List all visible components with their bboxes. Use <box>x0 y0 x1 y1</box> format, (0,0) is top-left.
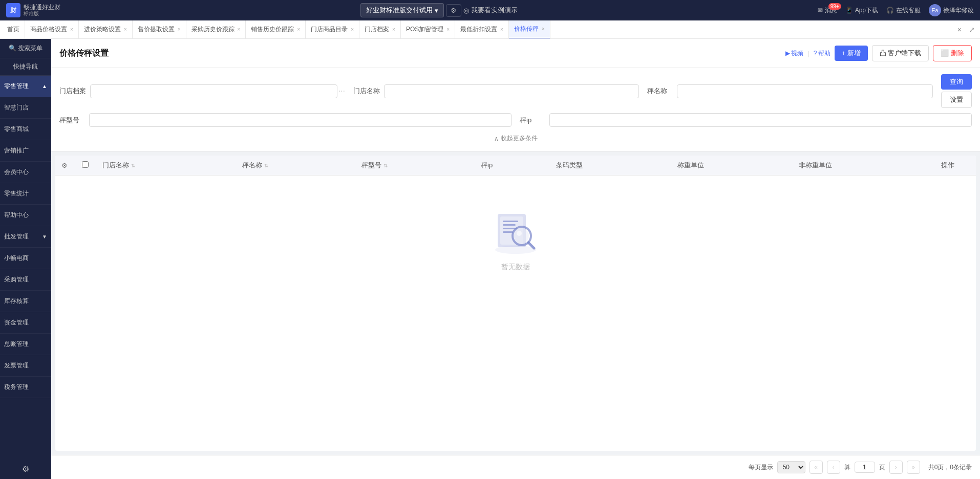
table-settings-col[interactable]: ⚙ <box>55 156 76 176</box>
filter-scale-name-input[interactable] <box>677 84 933 98</box>
page-header: 价格传秤设置 ▶ 视频 | ? 帮助 + 新增 凸 客户端下载 <box>51 39 980 68</box>
sidebar-item-tax[interactable]: 税务管理 <box>0 377 51 398</box>
tab-price-setting[interactable]: 商品价格设置 × <box>25 20 79 39</box>
help-link[interactable]: ? 帮助 <box>814 49 830 58</box>
sidebar-item-label: 营销推广 <box>4 146 29 155</box>
tab-price-transfer[interactable]: 价格传秤 × <box>509 20 550 39</box>
close-icon[interactable]: × <box>542 26 545 32</box>
close-tab-button[interactable]: × <box>954 24 965 36</box>
sidebar-search-menu[interactable]: 🔍 搜索菜单 <box>0 39 51 58</box>
close-icon[interactable]: × <box>446 27 450 32</box>
sidebar-item-retail-stats[interactable]: 零售统计 <box>0 183 51 205</box>
tab-min-discount[interactable]: 最低折扣设置 × <box>455 20 509 39</box>
sidebar-item-smart-store[interactable]: 智慧门店 <box>0 97 51 119</box>
user-menu[interactable]: Ea 徐泽华修改 <box>929 4 974 16</box>
filter-store-name: 门店名称 <box>353 84 639 98</box>
tab-sale-extract[interactable]: 售价提取设置 × <box>133 20 186 39</box>
query-button[interactable]: 查询 <box>941 74 972 90</box>
filter-scale-model-input[interactable] <box>89 113 512 127</box>
sidebar-item-member[interactable]: 会员中心 <box>0 162 51 183</box>
collapse-filter-button[interactable]: ∧ 收起更多条件 <box>59 132 972 145</box>
sidebar-quick-nav[interactable]: 快捷导航 <box>0 58 51 76</box>
sidebar-item-ecommerce[interactable]: 小畅电商 <box>0 248 51 269</box>
filter-store-profile-input[interactable] <box>90 84 337 98</box>
sidebar-item-label: 发票管理 <box>4 361 29 370</box>
demo-label: 我要看实例演示 <box>471 6 518 15</box>
filter-more-button[interactable]: ··· <box>338 86 345 96</box>
tab-pos-encrypt[interactable]: POS加密管理 × <box>401 20 455 39</box>
first-page-button[interactable]: « <box>809 461 823 474</box>
sort-icon: ⇅ <box>131 163 135 168</box>
sidebar-item-wholesale[interactable]: 批发管理 ▼ <box>0 226 51 248</box>
delete-button[interactable]: ⬜ 删除 <box>933 45 972 61</box>
sidebar-settings-button[interactable]: ⚙ <box>22 464 29 474</box>
close-icon[interactable]: × <box>351 27 354 32</box>
select-all-checkbox[interactable] <box>82 161 89 168</box>
eye-icon: ◎ <box>463 7 469 14</box>
close-icon[interactable]: × <box>70 27 73 32</box>
close-icon[interactable]: × <box>297 27 300 32</box>
page-number-input[interactable] <box>855 462 875 473</box>
sort-icon: ⇅ <box>384 163 388 168</box>
tab-sales-history[interactable]: 销售历史价跟踪 × <box>246 20 306 39</box>
per-page-select[interactable]: 10 20 50 100 <box>777 461 805 473</box>
message-icon: ✉ <box>818 7 823 14</box>
filter-section: 门店档案 ··· 门店名称 秤名称 <box>51 68 980 151</box>
table-section: ⚙ 门店名称 ⇅ 秤名称 ⇅ <box>55 156 976 451</box>
sidebar-item-label: 零售统计 <box>4 189 29 198</box>
sidebar-item-retail-management[interactable]: 零售管理 ▲ <box>0 76 51 97</box>
collapse-label: 收起更多条件 <box>501 134 538 143</box>
sidebar-item-purchase[interactable]: 采购管理 <box>0 269 51 291</box>
env-selector[interactable]: 好业财标准版交付试用 ▾ <box>360 3 444 17</box>
sidebar-item-label: 零售商城 <box>4 125 29 134</box>
add-button[interactable]: + 新增 <box>835 46 868 61</box>
close-icon[interactable]: × <box>238 27 241 32</box>
tab-store-profile-label: 门店档案 <box>365 25 389 34</box>
online-service-button[interactable]: 🎧 在线客服 <box>886 6 921 15</box>
tab-store-profile[interactable]: 门店档案 × <box>359 20 401 39</box>
filter-store-profile-input-group: ··· <box>90 84 345 98</box>
page-actions: ▶ 视频 | ? 帮助 + 新增 凸 客户端下载 ⬜ 删除 <box>785 45 972 61</box>
user-name: 徐泽华修改 <box>943 6 974 15</box>
close-icon[interactable]: × <box>392 27 395 32</box>
close-icon[interactable]: × <box>178 27 181 32</box>
setting-button[interactable]: 设置 <box>941 92 972 108</box>
filter-scale-model-label: 秤型号 <box>59 116 85 125</box>
pagination-bar: 每页显示 10 20 50 100 « ‹ 算 页 › » 共0页，0条记录 <box>51 455 980 479</box>
demo-button[interactable]: ◎ 我要看实例演示 <box>463 6 518 15</box>
empty-text: 暂无数据 <box>501 263 530 272</box>
app-download-button[interactable]: 📱 App下载 <box>845 6 878 15</box>
tab-store-catalog[interactable]: 门店商品目录 × <box>306 20 359 39</box>
message-button[interactable]: ✉ 消息 99+ <box>818 6 837 15</box>
sidebar-item-marketing[interactable]: 营销推广 <box>0 140 51 162</box>
next-page-button[interactable]: › <box>889 461 903 474</box>
filter-store-name-input[interactable] <box>384 84 639 98</box>
filter-scale-ip-input[interactable] <box>549 113 972 127</box>
sidebar-item-label: 零售管理 <box>4 82 29 91</box>
sidebar-item-retail-mall[interactable]: 零售商城 <box>0 119 51 140</box>
close-icon[interactable]: × <box>124 27 127 32</box>
app-name: 畅捷通好业财 <box>24 4 60 11</box>
version-badge: 标准版 <box>24 11 60 17</box>
tab-home[interactable]: 首页 <box>2 20 25 39</box>
tab-bar-actions: × ⤢ <box>954 24 978 36</box>
last-page-button[interactable]: » <box>907 461 920 474</box>
maximize-tab-button[interactable]: ⤢ <box>966 24 978 36</box>
prev-page-button[interactable]: ‹ <box>827 461 840 474</box>
sidebar-item-inventory[interactable]: 库存核算 <box>0 291 51 312</box>
env-settings-button[interactable]: ⚙ <box>446 4 461 17</box>
download-client-button[interactable]: 凸 客户端下载 <box>872 45 929 61</box>
collapse-icon: ∧ <box>494 135 499 142</box>
quick-nav-label: 快捷导航 <box>13 63 38 70</box>
video-link[interactable]: ▶ 视频 <box>785 49 803 58</box>
sidebar-item-general-ledger[interactable]: 总账管理 <box>0 334 51 355</box>
close-icon[interactable]: × <box>500 27 503 32</box>
sidebar-item-invoice[interactable]: 发票管理 <box>0 355 51 377</box>
tab-purchase-strategy[interactable]: 进价策略设置 × <box>79 20 133 39</box>
sidebar-item-label: 库存核算 <box>4 297 29 306</box>
sidebar-item-finance[interactable]: 资金管理 <box>0 312 51 334</box>
table-checkbox-col[interactable] <box>76 156 96 176</box>
tab-purchase-history[interactable]: 采购历史价跟踪 × <box>186 20 246 39</box>
avatar: Ea <box>929 4 941 16</box>
sidebar-item-help[interactable]: 帮助中心 <box>0 205 51 226</box>
